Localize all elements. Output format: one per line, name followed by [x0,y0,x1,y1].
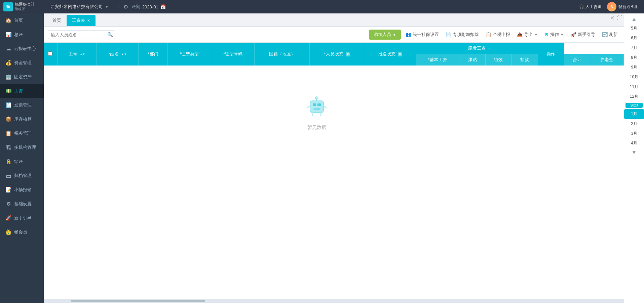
year-badge: 2023 [626,103,643,108]
special-deduction-icon: 📄 [446,32,451,37]
month-item-2[interactable]: 2月 [624,119,644,129]
user-area[interactable]: B 畅捷通B组... [607,2,641,11]
sidebar-item-reports[interactable]: ☁ 云报表中心 [0,42,44,56]
add-person-label: 添加人员 [374,32,391,38]
person-status-filter-icon[interactable]: ▼ [346,52,350,56]
expense-icon: 📝 [5,187,11,193]
th-employee-id: 工号 ▲▼ [57,43,97,66]
add-company-button[interactable]: ＋ [115,3,121,10]
export-icon: 📤 [517,32,523,37]
sidebar-item-invoice[interactable]: 🧾 发票管理 [0,98,44,112]
refresh-icon: 🔄 [602,32,608,37]
sidebar-item-multiorg[interactable]: 🏗 多机构管理 [0,140,44,155]
tab-payroll-label: 工资表 [72,17,85,24]
sidebar-item-assets[interactable]: 🏢 固定资产 [0,70,44,84]
search-icon[interactable]: 🔍 [107,32,113,37]
th-base-salary: *基本工资 [416,54,459,66]
name-sort-icon[interactable]: ▲▼ [121,53,127,56]
th-deduction: 扣款 [512,54,538,66]
funds-icon: 💰 [5,60,11,66]
select-all-checkbox[interactable] [48,51,52,56]
toolbar-right: 添加人员 ▼ 👥 统一社保设置 📄 专项附加扣除 📋 个税申报 📤 [369,30,620,40]
support-label: 人工咨询 [585,4,602,10]
month-item-7[interactable]: 7月 [624,43,644,53]
social-insurance-label: 统一社保设置 [413,32,439,38]
search-wrap: 🔍 [48,30,115,39]
sidebar-label-multiorg: 多机构管理 [14,144,36,150]
operations-button[interactable]: ⚙ 操作 ▼ [542,30,566,39]
support-button[interactable]: 🎧 人工咨询 [579,4,602,10]
social-insurance-icon: 👥 [406,32,411,37]
sidebar: 🏠 首页 📊 总账 ☁ 云报表中心 💰 资金管理 🏢 固定资产 💵 工资 🧾 发… [0,13,44,303]
month-item-1[interactable]: 1月 [624,109,644,119]
sidebar-item-guide[interactable]: 🚀 新手引导 [0,211,44,225]
settings-button[interactable]: ⚙ [123,4,128,10]
table-body: 暂无数据 [44,66,624,158]
refresh-button[interactable]: 🔄 刷新 [600,30,620,39]
month-item-3[interactable]: 3月 [624,129,644,138]
tab-bar: 首页 工资表 ✕ [44,13,624,27]
month-item-12[interactable]: 12月 [624,92,644,101]
social-insurance-button[interactable]: 👥 统一社保设置 [404,30,441,39]
month-scroll-up-button[interactable]: ▲ [624,15,644,24]
logo-area: 畅 畅通好会计 旗舰版 [3,2,47,11]
month-item-11[interactable]: 11月 [624,82,644,92]
sidebar-label-ledger: 总账 [14,32,23,38]
add-person-button[interactable]: 添加人员 ▼ [369,30,401,40]
bottom-scrollbar[interactable] [44,299,624,303]
th-total: 合计 [564,54,590,66]
month-item-9[interactable]: 9月 [624,62,644,72]
period-label: 账期 [131,4,140,10]
sidebar-item-expense[interactable]: 📝 小畅报销 [0,183,44,197]
panel-expand-button[interactable]: ⛶ [616,14,623,22]
table-header-row1: 工号 ▲▼ *姓名 ▲▼ *部门 *证型类型 *证型号码 国籍（地区） *人员状… [44,43,624,54]
month-item-6[interactable]: 6月 [624,33,644,43]
sidebar-item-ledger[interactable]: 📊 总账 [0,28,44,42]
sidebar-item-payroll[interactable]: 💵 工资 [0,84,44,98]
th-person-status: *人员状态 ▼ [310,43,364,66]
empty-text: 暂无数据 [307,125,326,131]
calendar-icon[interactable]: 📅 [160,4,166,9]
sidebar-label-guide: 新手引导 [14,215,32,221]
sidebar-item-member[interactable]: 👑 畅会员 [0,225,44,239]
sidebar-label-payroll: 工资 [14,88,23,94]
table-select-all-header[interactable] [44,43,57,66]
tab-close-icon[interactable]: ✕ [87,18,90,23]
scroll-thumb[interactable] [71,300,205,302]
th-report-status: 报送状态 ▼ [364,43,416,66]
employee-id-sort-icon[interactable]: ▲▼ [80,53,85,56]
sidebar-item-funds[interactable]: 💰 资金管理 [0,56,44,70]
sidebar-item-archive[interactable]: 🗃 归档管理 [0,169,44,183]
report-status-filter-icon[interactable]: ▼ [398,52,402,56]
month-item-10[interactable]: 10月 [624,72,644,82]
sidebar-item-tax[interactable]: 📋 税务管理 [0,126,44,140]
export-button[interactable]: 📤 导出 ▼ [515,30,540,39]
panel-close-button[interactable]: ✕ [609,14,615,22]
tab-payroll[interactable]: 工资表 ✕ [67,15,96,26]
month-item-5[interactable]: 5月 [624,24,644,33]
special-deduction-button[interactable]: 📄 专项附加扣除 [444,30,481,39]
search-input[interactable] [51,32,107,37]
tab-home[interactable]: 首页 [47,15,67,26]
guide-button[interactable]: 🚀 新手引导 [569,30,597,39]
sidebar-label-settings: 基础设置 [14,201,32,207]
archive-icon: 🗃 [5,173,11,179]
sidebar-item-inventory[interactable]: 📦 库存核算 [0,112,44,126]
th-allowance: 津贴 [459,54,486,66]
month-scroll-down-button[interactable]: ▼ [624,148,644,157]
sidebar-item-settings[interactable]: ⚙ 基础设置 [0,197,44,211]
th-pension: 养老金 [590,54,624,66]
company-name: 西安虾米网络科技有限公司 [50,4,103,10]
sidebar-item-home[interactable]: 🏠 首页 [0,13,44,28]
logo-text: 畅通好会计 [15,2,35,7]
multiorg-icon: 🏗 [5,145,11,150]
sidebar-item-close[interactable]: 🔒 结账 [0,155,44,169]
export-label: 导出 [524,32,533,38]
right-month-panel: ▲ 5月 6月 7月 8月 9月 10月 11月 12月 2023 1月 2月 … [624,13,644,303]
month-item-8[interactable]: 8月 [624,53,644,62]
svg-rect-0 [310,101,324,113]
company-selector[interactable]: 西安虾米网络科技有限公司 ▼ [47,2,112,11]
month-item-4[interactable]: 4月 [624,138,644,148]
tax-declaration-button[interactable]: 📋 个税申报 [484,30,512,39]
operations-dropdown-icon: ▼ [560,33,564,37]
